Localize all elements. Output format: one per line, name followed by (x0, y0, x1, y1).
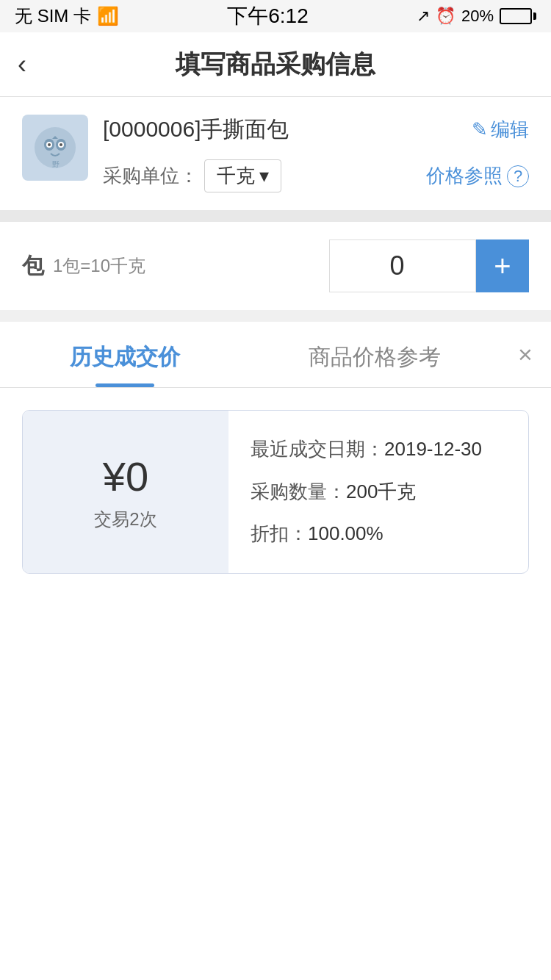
purchase-unit-label: 采购单位： (103, 163, 198, 189)
nav-bar: ‹ 填写商品采购信息 (0, 32, 551, 97)
price-card-left: ¥0 交易2次 (23, 411, 228, 573)
price-ref-help-icon: ? (507, 165, 529, 187)
currency-symbol: ¥ (103, 453, 126, 500)
tabs-row: 历史成交价 商品价格参考 × (0, 322, 551, 387)
product-thumbnail: 野 (22, 115, 88, 181)
unit-badge: 包 (22, 251, 44, 281)
price-display: ¥0 (103, 453, 148, 500)
page-rest (0, 596, 551, 980)
quantity-input[interactable] (329, 239, 476, 292)
purchase-unit-row: 采购单位： 千克 ▾ 价格参照 ? (103, 159, 529, 192)
battery-icon (500, 8, 536, 24)
product-logo-icon: 野 (33, 126, 77, 170)
tab-history-price[interactable]: 历史成交价 (0, 322, 250, 387)
tabs-section: 历史成交价 商品价格参考 × (0, 322, 551, 388)
sim-status: 无 SIM 卡 (15, 4, 91, 28)
tab-close-button[interactable]: × (500, 325, 551, 383)
status-right: ↗ ⏰ 20% (417, 7, 536, 26)
location-icon: ↗ (417, 7, 430, 26)
discount-row: 折扣：100.00% (251, 519, 506, 550)
edit-label: 编辑 (491, 117, 529, 143)
purchase-quantity-row: 采购数量：200千克 (251, 477, 506, 508)
quantity-row: 包 1包=10千克 + (0, 222, 551, 310)
unit-dropdown[interactable]: 千克 ▾ (204, 159, 281, 192)
quantity-input-group: + (329, 239, 529, 292)
unit-conversion: 1包=10千克 (53, 254, 145, 278)
alarm-icon: ⏰ (436, 7, 455, 26)
product-info: [0000006]手撕面包 ✎ 编辑 采购单位： 千克 ▾ 价格参照 ? (103, 115, 529, 192)
svg-point-6 (60, 143, 62, 146)
wifi-icon: 📶 (97, 6, 119, 26)
price-reference-button[interactable]: 价格参照 ? (426, 163, 529, 189)
quantity-plus-button[interactable]: + (476, 239, 529, 292)
transaction-count: 交易2次 (94, 508, 156, 531)
section-divider (0, 210, 551, 222)
unit-selector: 采购单位： 千克 ▾ (103, 159, 281, 192)
price-amount: 0 (126, 453, 148, 500)
product-name: [0000006]手撕面包 (103, 115, 289, 145)
discount-value: 100.00% (308, 522, 383, 544)
recent-date-value: 2019-12-30 (384, 438, 482, 460)
price-card: ¥0 交易2次 最近成交日期：2019-12-30 采购数量：200千克 折扣：… (22, 410, 529, 574)
svg-point-5 (48, 143, 51, 146)
price-card-right: 最近成交日期：2019-12-30 采购数量：200千克 折扣：100.00% (228, 411, 528, 573)
edit-icon: ✎ (472, 118, 488, 141)
recent-date-label: 最近成交日期： (251, 438, 384, 460)
purchase-quantity-value: 200千克 (346, 480, 416, 502)
status-time: 下午6:12 (227, 2, 309, 30)
product-name-row: [0000006]手撕面包 ✎ 编辑 (103, 115, 529, 145)
unit-info: 包 1包=10千克 (22, 251, 145, 281)
battery-percent: 20% (461, 7, 494, 26)
recent-date-row: 最近成交日期：2019-12-30 (251, 434, 506, 465)
purchase-quantity-label: 采购数量： (251, 480, 346, 502)
product-header: 野 [0000006]手撕面包 ✎ 编辑 采购单位： 千克 ▾ (22, 115, 529, 192)
page-title: 填写商品采购信息 (176, 48, 375, 82)
status-bar: 无 SIM 卡 📶 下午6:12 ↗ ⏰ 20% (0, 0, 551, 32)
dropdown-arrow-icon: ▾ (259, 165, 269, 187)
price-ref-label: 价格参照 (426, 163, 503, 189)
status-left: 无 SIM 卡 📶 (15, 4, 119, 28)
edit-button[interactable]: ✎ 编辑 (472, 117, 529, 143)
price-card-area: ¥0 交易2次 最近成交日期：2019-12-30 采购数量：200千克 折扣：… (0, 388, 551, 596)
back-button[interactable]: ‹ (18, 49, 26, 80)
svg-text:野: 野 (52, 160, 60, 168)
discount-label: 折扣： (251, 522, 308, 544)
tab-product-price-reference[interactable]: 商品价格参考 (250, 322, 500, 387)
unit-value: 千克 (217, 163, 255, 189)
product-section: 野 [0000006]手撕面包 ✎ 编辑 采购单位： 千克 ▾ (0, 97, 551, 210)
